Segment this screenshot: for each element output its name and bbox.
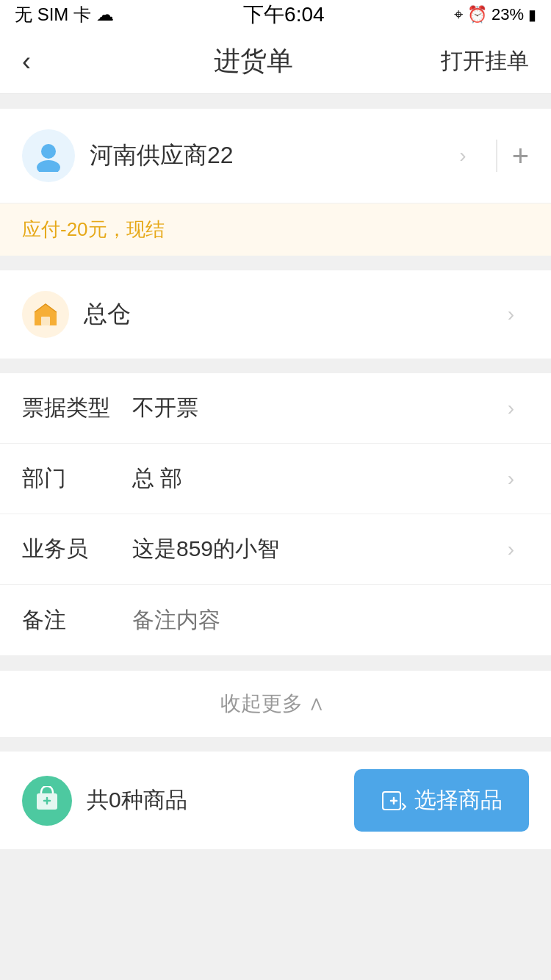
remark-input[interactable] bbox=[125, 608, 529, 633]
salesperson-chevron-icon: › bbox=[508, 538, 514, 561]
supplier-name: 河南供应商22 bbox=[90, 140, 459, 172]
supplier-row[interactable]: 河南供应商22 › + bbox=[0, 109, 551, 203]
select-product-label: 选择商品 bbox=[414, 785, 503, 815]
section-gap-2 bbox=[0, 256, 551, 270]
department-value: 总 部 bbox=[125, 464, 508, 494]
collapse-label: 收起更多 ∧ bbox=[220, 690, 325, 718]
salesperson-row[interactable]: 业务员 这是859的小智 › bbox=[0, 514, 551, 585]
battery-icon: ▮ bbox=[528, 6, 536, 24]
svg-point-0 bbox=[41, 144, 56, 159]
supplier-chevron-icon: › bbox=[459, 144, 466, 167]
sim-label: 无 SIM 卡 ☁ bbox=[15, 3, 114, 26]
department-label: 部门 bbox=[22, 464, 125, 494]
battery-label: 23% bbox=[491, 5, 524, 24]
status-bar: 无 SIM 卡 ☁ 下午6:04 ⌖ ⏰ 23% ▮ bbox=[0, 0, 551, 29]
svg-point-1 bbox=[37, 160, 60, 172]
warehouse-icon bbox=[22, 291, 69, 338]
product-icon-wrap bbox=[22, 776, 72, 826]
form-section: 票据类型 不开票 › 部门 总 部 › 业务员 这是859的小智 › 备注 bbox=[0, 373, 551, 655]
bottom-bar: 共0种商品 选择商品 bbox=[0, 752, 551, 849]
section-gap-1 bbox=[0, 94, 551, 109]
nav-bar: ‹ 进货单 打开挂单 bbox=[0, 29, 551, 94]
add-supplier-button[interactable]: + bbox=[512, 140, 529, 173]
invoice-type-label: 票据类型 bbox=[22, 393, 125, 423]
supplier-avatar bbox=[22, 129, 75, 182]
warehouse-name: 总仓 bbox=[84, 298, 508, 331]
salesperson-label: 业务员 bbox=[22, 534, 125, 564]
collapse-row[interactable]: 收起更多 ∧ bbox=[0, 670, 551, 737]
select-product-button[interactable]: 选择商品 bbox=[354, 769, 529, 832]
warehouse-row[interactable]: 总仓 › bbox=[0, 270, 551, 359]
notice-bar: 应付-20元，现结 bbox=[0, 203, 551, 256]
remark-label: 备注 bbox=[22, 605, 125, 635]
department-chevron-icon: › bbox=[508, 467, 514, 491]
back-button[interactable]: ‹ bbox=[22, 46, 66, 77]
page-title: 进货单 bbox=[214, 43, 293, 79]
alarm-icon: ⏰ bbox=[467, 5, 487, 24]
remark-row[interactable]: 备注 bbox=[0, 585, 551, 655]
select-product-icon bbox=[381, 788, 407, 814]
warehouse-chevron-icon: › bbox=[508, 303, 514, 326]
department-row[interactable]: 部门 总 部 › bbox=[0, 444, 551, 514]
invoice-type-row[interactable]: 票据类型 不开票 › bbox=[0, 373, 551, 444]
location-icon: ⌖ bbox=[454, 5, 463, 24]
product-count: 共0种商品 bbox=[87, 785, 354, 815]
status-left: 无 SIM 卡 ☁ bbox=[15, 3, 114, 26]
salesperson-value: 这是859的小智 bbox=[125, 534, 508, 564]
invoice-type-chevron-icon: › bbox=[508, 397, 514, 420]
status-right: ⌖ ⏰ 23% ▮ bbox=[454, 5, 536, 24]
status-time: 下午6:04 bbox=[243, 1, 325, 29]
open-hang-button[interactable]: 打开挂单 bbox=[441, 46, 529, 76]
invoice-type-value: 不开票 bbox=[125, 393, 508, 423]
divider bbox=[496, 140, 497, 172]
svg-rect-2 bbox=[41, 317, 50, 325]
